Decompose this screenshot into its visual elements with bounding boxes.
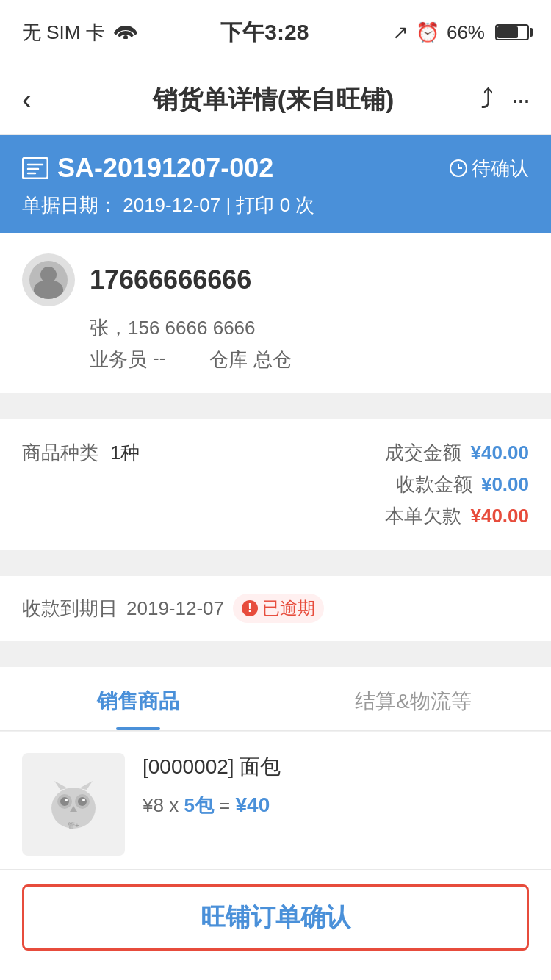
battery-text: 66% xyxy=(447,21,485,44)
product-unit-price: ¥8 x xyxy=(143,794,184,816)
overdue-badge: ! 已逾期 xyxy=(233,594,324,623)
more-button[interactable]: ··· xyxy=(511,84,529,115)
due-date-label: 收款到期日 xyxy=(22,596,118,621)
order-id-text: SA-20191207-002 xyxy=(57,153,273,184)
svg-point-11 xyxy=(82,799,85,801)
order-print-info: | 打印 0 次 xyxy=(226,194,314,216)
debt-label: 本单欠款 xyxy=(385,503,461,529)
product-equals: = xyxy=(219,794,235,816)
confirm-order-button[interactable]: 旺铺订单确认 xyxy=(22,884,529,951)
product-title: 面包 xyxy=(240,755,281,778)
status-time: 下午3:28 xyxy=(220,18,309,48)
status-bar: 无 SIM 卡 下午3:28 ↗ ⏰ 66% xyxy=(0,0,551,65)
tab-settlement-label: 结算&物流等 xyxy=(355,690,472,713)
financial-stats: 成交金额 ¥40.00 收款金额 ¥0.00 本单欠款 ¥40.00 xyxy=(385,440,529,529)
warning-icon: ! xyxy=(242,600,258,616)
divider-1 xyxy=(0,406,551,419)
customer-row: 17666666666 xyxy=(22,253,529,306)
debt-value: ¥40.00 xyxy=(470,505,529,527)
warehouse-info: 仓库 总仓 xyxy=(209,347,292,372)
product-name: [0000002] 面包 xyxy=(143,753,529,781)
back-button[interactable]: ‹ xyxy=(22,83,66,116)
sales-label: 业务员 xyxy=(90,347,147,372)
tab-sales-products[interactable]: 销售商品 xyxy=(0,667,276,730)
order-date-value: 2019-12-07 xyxy=(123,194,220,216)
amount-label: 成交金额 xyxy=(385,440,461,466)
product-total: ¥40 xyxy=(236,793,270,816)
customer-section: 17666666666 张，156 6666 6666 业务员 -- 仓库 总仓 xyxy=(0,233,551,393)
clock-icon xyxy=(450,159,467,177)
battery-icon xyxy=(495,24,529,40)
tab-sales-label: 销售商品 xyxy=(97,690,179,713)
divider-3 xyxy=(0,654,551,667)
product-type-info: 商品种类 1种 xyxy=(22,440,140,466)
product-section: 管+ [0000002] 面包 ¥8 x 5包 = ¥40 xyxy=(0,732,551,876)
svg-text:管+: 管+ xyxy=(68,821,79,829)
stats-section: 商品种类 1种 成交金额 ¥40.00 收款金额 ¥0.00 本单欠款 ¥40.… xyxy=(0,419,551,550)
product-code: [0000002] xyxy=(143,755,234,778)
order-date-row: 单据日期： 2019-12-07 | 打印 0 次 xyxy=(22,192,529,218)
share-button[interactable]: ⤴ xyxy=(480,84,494,115)
product-thumbnail: 管+ xyxy=(22,753,125,856)
svg-point-9 xyxy=(78,797,87,806)
order-status-text: 待确认 xyxy=(472,156,529,181)
confirm-button-label: 旺铺订单确认 xyxy=(201,901,350,934)
tabs-section: 销售商品 结算&物流等 xyxy=(0,667,551,731)
product-price-row: ¥8 x 5包 = ¥40 xyxy=(143,793,529,818)
warehouse-value: 总仓 xyxy=(253,347,292,372)
order-id-row: SA-20191207-002 待确认 xyxy=(22,153,529,184)
page-title: 销货单详情(来自旺铺) xyxy=(153,83,395,117)
status-left: 无 SIM 卡 xyxy=(22,20,137,46)
received-label: 收款金额 xyxy=(396,472,472,497)
sales-value: -- xyxy=(153,347,165,372)
amount-row: 成交金额 ¥40.00 xyxy=(385,440,529,466)
customer-name: 张，156 6666 6666 xyxy=(90,315,529,341)
nav-actions: ⤴ ··· xyxy=(480,84,529,115)
order-id: SA-20191207-002 xyxy=(22,153,273,184)
svg-point-10 xyxy=(65,799,68,801)
amount-value: ¥40.00 xyxy=(470,442,529,464)
customer-extra: 业务员 -- 仓库 总仓 xyxy=(90,347,529,372)
due-date-value: 2019-12-07 xyxy=(126,597,224,620)
avatar xyxy=(22,253,75,306)
svg-point-0 xyxy=(123,35,128,39)
customer-phone: 17666666666 xyxy=(90,264,251,295)
product-logo-svg: 管+ xyxy=(37,775,110,834)
overdue-text: 已逾期 xyxy=(262,597,315,620)
product-qty: 5包 xyxy=(184,794,213,816)
sales-info: 业务员 -- xyxy=(90,347,165,372)
order-icon xyxy=(22,157,48,179)
product-info: [0000002] 面包 ¥8 x 5包 = ¥40 xyxy=(143,753,529,818)
received-row: 收款金额 ¥0.00 xyxy=(396,472,529,497)
location-icon: ↗ xyxy=(392,21,408,44)
order-header: SA-20191207-002 待确认 单据日期： 2019-12-07 | 打… xyxy=(0,135,551,233)
svg-marker-13 xyxy=(54,781,68,790)
bottom-bar: 旺铺订单确认 xyxy=(0,869,551,980)
status-right: ↗ ⏰ 66% xyxy=(392,21,529,44)
due-section: 收款到期日 2019-12-07 ! 已逾期 xyxy=(0,576,551,641)
received-value: ¥0.00 xyxy=(481,473,529,496)
tab-settlement[interactable]: 结算&物流等 xyxy=(276,667,551,730)
svg-point-8 xyxy=(60,797,69,806)
product-type-value: 1种 xyxy=(110,440,140,466)
product-type-label: 商品种类 xyxy=(22,440,98,466)
nav-bar: ‹ 销货单详情(来自旺铺) ⤴ ··· xyxy=(0,65,551,135)
order-status: 待确认 xyxy=(450,156,529,181)
wifi-icon xyxy=(114,21,137,44)
divider-2 xyxy=(0,563,551,576)
svg-marker-14 xyxy=(79,781,93,790)
order-date-label: 单据日期： xyxy=(22,194,118,216)
carrier-text: 无 SIM 卡 xyxy=(22,20,105,46)
alarm-icon: ⏰ xyxy=(416,21,439,44)
debt-row: 本单欠款 ¥40.00 xyxy=(385,503,529,529)
warehouse-label: 仓库 xyxy=(209,347,248,372)
